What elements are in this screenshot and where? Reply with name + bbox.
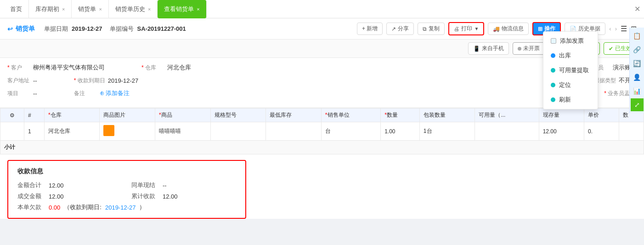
tab-view-sale[interactable]: 查看销货单 × (158, 0, 206, 18)
form-row-3: 项目 -- 备注 ⊕ 添加备注 业务员盂 -- (7, 89, 637, 97)
add-remark-btn[interactable]: ⊕ 添加备注 (100, 89, 130, 97)
warehouse-value[interactable]: 河北仓库 (167, 63, 191, 72)
due-date-value[interactable]: 2019-12-27 (108, 77, 139, 84)
tab-bar: 首页 库存期初 × 销货单 × 销货单历史 × 查看销货单 × ✕ (0, 0, 644, 18)
available-qty-icon (551, 68, 555, 73)
copy-icon: ⧉ (423, 26, 427, 32)
tab-sale-order-close[interactable]: × (99, 6, 102, 12)
dropdown-out-warehouse[interactable]: 出库 (543, 48, 598, 63)
sidebar-icon-expand[interactable]: ⤢ (631, 98, 644, 111)
th-unit: *销售单位 (321, 108, 380, 122)
sidebar-icon-user[interactable]: 👤 (631, 71, 644, 84)
tab-sale-history-label: 销货单历史 (115, 5, 145, 13)
sidebar-icon-refresh[interactable]: 🔄 (631, 57, 644, 70)
th-min-stock: 最低库存 (266, 108, 322, 122)
customer-value[interactable]: 柳州粤港平安气体有限公司 (33, 63, 105, 72)
logistics-icon: 🚚 (493, 26, 500, 32)
refresh-icon (551, 97, 555, 102)
copy-label: 复制 (429, 25, 440, 33)
tab-view-sale-label: 查看销货单 (164, 5, 194, 13)
nav-next[interactable]: › (615, 25, 617, 32)
tab-home[interactable]: 首页 (4, 0, 29, 18)
tab-sale-history[interactable]: 销货单历史 × (109, 0, 158, 18)
tab-view-sale-close[interactable]: × (197, 6, 199, 12)
payment-deal-row: 成交金额 12.00 (17, 192, 122, 200)
customer-label: 客户 (7, 64, 30, 72)
doc-title: ↩ 销货单 (7, 25, 35, 33)
th-settings[interactable]: ⚙ (0, 108, 24, 122)
row-min-stock (266, 122, 322, 141)
due-date-field: 收款到期日 2019-12-27 (74, 77, 139, 85)
tab-bar-close-btn[interactable]: ✕ (634, 5, 640, 13)
total-label: 金额合计 (17, 181, 45, 189)
right-sidebar: 📋 🔗 🔄 👤 📊 ⤢ (629, 28, 644, 113)
out-warehouse-icon (551, 53, 555, 58)
subtotal-row: 小计 (0, 141, 644, 154)
not-open-btn[interactable]: 未开票 (513, 42, 545, 55)
th-image: 商品图片 (100, 108, 155, 122)
not-open-label: 未开票 (523, 45, 540, 52)
ops-dropdown-menu: 添加发票 出库 可用量提取 定位 刷新 (543, 31, 598, 109)
deal-value: 12.00 (49, 193, 64, 200)
row-price: 0. (584, 122, 619, 141)
th-pack-qty: 包装数量 (419, 108, 475, 122)
out-warehouse-label: 出库 (559, 51, 571, 60)
row-warehouse: 河北仓库 (44, 122, 100, 141)
from-phone-btn[interactable]: 📱 来自手机 (468, 42, 509, 55)
tab-sale-order[interactable]: 销货单 × (72, 0, 108, 18)
sidebar-icon-chart[interactable]: 📊 (631, 85, 644, 97)
share-icon: ↗ (391, 26, 396, 32)
th-available: 可用量（... (475, 108, 539, 122)
sidebar-icon-link[interactable]: 🔗 (631, 43, 644, 56)
address-value: -- (33, 77, 37, 84)
payment-owed-row: 本单欠款 0.00 （收款到期日: 2019-12-27 ） (17, 203, 236, 211)
view-list-icon[interactable]: ☰ (621, 24, 627, 33)
print-icon: 🖨 (454, 26, 459, 32)
deal-label: 成交金额 (17, 192, 45, 200)
th-stock: 现存量 (539, 108, 584, 122)
effect-icon: ✔ (609, 46, 613, 52)
dropdown-locate[interactable]: 定位 (543, 78, 598, 92)
share-button[interactable]: ↗ 分享 (386, 23, 414, 35)
dropdown-available-qty[interactable]: 可用量提取 (543, 63, 598, 78)
nav-prev[interactable]: ‹ (609, 25, 611, 32)
new-button[interactable]: + 新增 (357, 23, 383, 35)
tab-inventory-label: 库存期初 (35, 5, 59, 13)
tab-inventory[interactable]: 库存期初 × (29, 0, 72, 18)
payment-total-row: 金额合计 12.00 (17, 181, 122, 189)
row-spec (210, 122, 266, 141)
logistics-label: 物流信息 (502, 25, 524, 33)
row-available (475, 122, 539, 141)
sidebar-icon-doc[interactable]: 📋 (631, 29, 644, 42)
print-button[interactable]: 🖨 打印 ▼ (448, 22, 484, 35)
owed-hint: （收款到期日: (64, 203, 102, 211)
dot-gray (518, 47, 521, 51)
remark-field: 备注 ⊕ 添加备注 (74, 89, 130, 97)
row-image (100, 122, 155, 141)
form-row-2: 客户地址 -- 收款到期日 2019-12-27 票据类型 不开票 (7, 76, 637, 85)
tab-inventory-close[interactable]: × (62, 6, 65, 12)
row-seq: 1 (24, 122, 44, 141)
project-field: 项目 -- (7, 90, 37, 97)
th-seq: # (24, 108, 44, 122)
cumulative-value: 12.00 (163, 193, 178, 200)
row-unit: 台 (321, 122, 380, 141)
doc-meta: 单据日期 2019-12-27 单据编号 SA-20191227-001 (44, 25, 357, 33)
row-stock: 12.00 (539, 122, 584, 141)
row-product: 嘻嘻嘻嘻 (155, 122, 211, 141)
owed-value: 0.00 (49, 204, 60, 211)
dropdown-add-invoice[interactable]: 添加发票 (543, 34, 598, 48)
owed-hint-end: ） (139, 203, 145, 211)
dropdown-refresh[interactable]: 刷新 (543, 92, 598, 107)
customer-field: 客户 柳州粤港平安气体有限公司 (7, 63, 105, 72)
doc-date-label: 单据日期 2019-12-27 (44, 25, 102, 33)
from-phone-label: 来自手机 (482, 45, 504, 52)
th-product: *商品 (155, 108, 211, 122)
subtotal-label: 小计 (0, 141, 644, 154)
row-settings (0, 122, 24, 141)
tab-sale-history-close[interactable]: × (148, 6, 151, 12)
copy-button[interactable]: ⧉ 复制 (418, 23, 445, 35)
logistics-button[interactable]: 🚚 物流信息 (488, 23, 529, 35)
doc-no-label: 单据编号 SA-20191227-001 (110, 25, 186, 33)
cumulative-label: 累计收款 (131, 192, 159, 200)
